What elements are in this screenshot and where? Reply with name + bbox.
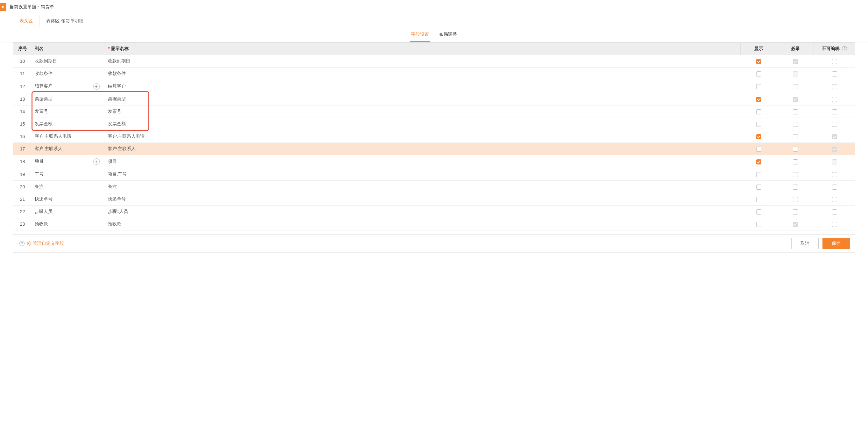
table-row[interactable]: 11收款条件收款条件 [13,67,855,80]
cell-display-name[interactable]: 收款到期日 [105,55,741,67]
table-row[interactable]: 19车号项目.车号 [13,168,855,181]
help-icon[interactable]: ? [842,46,847,51]
required-checkbox[interactable] [793,209,798,214]
th-show: 显示 [741,43,777,55]
show-checkbox[interactable] [756,147,761,152]
cell-nonedit [814,206,855,218]
cell-nonedit [814,131,855,143]
cell-seq: 18 [13,155,32,168]
required-checkbox[interactable] [793,134,798,139]
required-checkbox[interactable] [793,160,798,165]
nonedit-checkbox[interactable] [832,172,837,177]
cell-display-name[interactable]: 发票金额 [105,118,741,131]
nonedit-checkbox[interactable] [832,209,837,214]
table-row[interactable]: 10收款到期日收款到期日 [13,55,855,67]
table-row[interactable]: 15发票金额发票金额 [13,118,855,131]
add-subfield-button[interactable]: + [93,83,100,90]
table-row[interactable]: 18项目+项目 [13,155,855,168]
nonedit-checkbox[interactable] [832,184,837,190]
show-checkbox[interactable] [756,209,761,214]
cell-show [741,106,777,118]
cell-name: 备注 [32,181,105,193]
required-checkbox[interactable] [793,147,798,152]
table-row[interactable]: 21快递单号快递单号 [13,193,855,206]
required-checkbox [793,222,798,227]
show-checkbox[interactable] [756,222,761,227]
nonedit-checkbox [832,134,837,139]
required-checkbox[interactable] [793,109,798,114]
show-checkbox[interactable] [756,184,761,190]
cell-display-name[interactable]: 项目 [105,155,741,168]
cell-display-name[interactable]: 项目.车号 [105,168,741,181]
table-row[interactable]: 12结算客户+结算客户 [13,80,855,93]
required-checkbox[interactable] [793,184,798,190]
table-row[interactable]: 20备注备注 [13,181,855,193]
cell-display-name[interactable]: 结算客户 [105,80,741,93]
nonedit-checkbox[interactable] [832,59,837,64]
show-checkbox[interactable] [756,134,761,139]
required-checkbox[interactable] [793,197,798,202]
nonedit-checkbox[interactable] [832,197,837,202]
show-checkbox[interactable] [756,160,761,165]
subtab-layout-adjust[interactable]: 布局调整 [438,32,458,42]
show-checkbox[interactable] [756,97,761,102]
cell-display-name[interactable]: 快递单号 [105,193,741,206]
help-icon[interactable]: ? [20,241,25,246]
show-checkbox[interactable] [756,72,761,77]
cell-display-name[interactable]: 发票号 [105,106,741,118]
expand-panel-button[interactable] [0,3,6,11]
add-subfield-button[interactable]: + [93,159,100,165]
cell-required [777,55,814,67]
tab-body-area[interactable]: 表体区-销货单明细 [39,15,90,27]
required-checkbox [793,59,798,64]
cell-display-name[interactable]: 预收款 [105,218,741,230]
table-row[interactable]: 23预收款预收款 [13,218,855,230]
show-checkbox[interactable] [756,122,761,127]
cancel-button[interactable]: 取消 [791,238,819,249]
content-area: 序号 列名 *显示名称 显示 必录 不可编辑 ? 10收款到期日收款到期日11收… [0,42,868,230]
cell-show [741,155,777,168]
nonedit-checkbox[interactable] [832,97,837,102]
show-checkbox[interactable] [756,84,761,89]
th-display: *显示名称 [105,43,741,55]
th-seq: 序号 [13,43,32,55]
table-row[interactable]: 16客户.主联系人电话客户.主联系人电话 [13,131,855,143]
save-button[interactable]: 保存 [823,238,850,249]
cell-required [777,80,814,93]
cell-nonedit [814,55,855,67]
table-row[interactable]: 14发票号发票号 [13,106,855,118]
cell-show [741,55,777,67]
cell-display-name[interactable]: 票据类型 [105,93,741,106]
nonedit-checkbox[interactable] [832,72,837,77]
gear-icon [27,241,32,246]
manage-custom-fields-link[interactable]: 管理自定义字段 [27,240,64,247]
show-checkbox[interactable] [756,197,761,202]
table-row[interactable]: 17客户.主联系人客户.主联系人 [13,143,855,155]
table-row[interactable]: 22步骤人员步骤1人员 [13,206,855,218]
required-checkbox[interactable] [793,172,798,177]
cell-required [777,143,814,155]
required-checkbox[interactable] [793,122,798,127]
cell-required [777,131,814,143]
tab-header-area[interactable]: 表头区 [13,15,39,27]
cell-nonedit [814,118,855,131]
table-wrapper: 序号 列名 *显示名称 显示 必录 不可编辑 ? 10收款到期日收款到期日11收… [13,42,855,230]
required-checkbox[interactable] [793,84,798,89]
nonedit-checkbox[interactable] [832,109,837,114]
nonedit-checkbox[interactable] [832,122,837,127]
cell-display-name[interactable]: 收款条件 [105,67,741,80]
cell-name: 项目+ [32,155,105,168]
table-row[interactable]: 13票据类型票据类型 [13,93,855,106]
nonedit-checkbox[interactable] [832,84,837,89]
show-checkbox[interactable] [756,172,761,177]
cell-seq: 15 [13,118,32,131]
nonedit-checkbox [832,147,837,152]
cell-display-name[interactable]: 步骤1人员 [105,206,741,218]
show-checkbox[interactable] [756,59,761,64]
cell-display-name[interactable]: 备注 [105,181,741,193]
cell-display-name[interactable]: 客户.主联系人电话 [105,131,741,143]
nonedit-checkbox[interactable] [832,222,837,227]
cell-display-name[interactable]: 客户.主联系人 [105,143,741,155]
subtab-field-settings[interactable]: 字段设置 [410,32,430,42]
show-checkbox[interactable] [756,109,761,114]
